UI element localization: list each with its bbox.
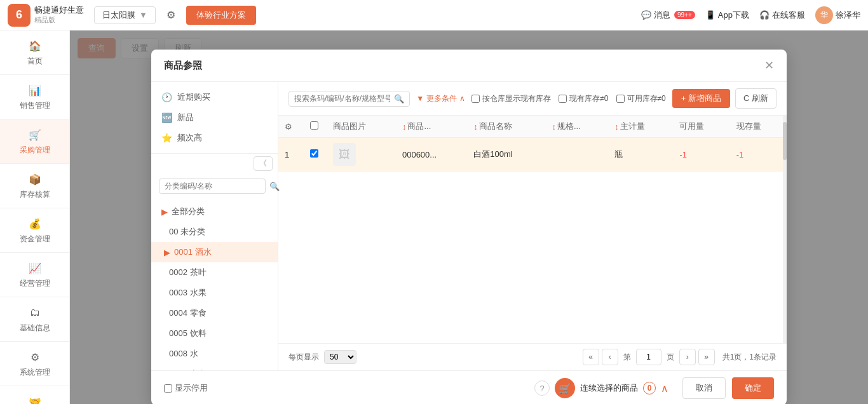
prev-page-button[interactable]: ‹ [602, 349, 618, 365]
purchase-icon: 🛒 [27, 127, 43, 142]
available-checkbox[interactable] [616, 95, 625, 103]
app-download-item[interactable]: 📱 App下载 [705, 10, 749, 21]
sidebar-item-sales[interactable]: 📊 销售管理 [0, 75, 69, 119]
page-input[interactable] [636, 349, 661, 365]
message-item[interactable]: 💬 消息 99++ [641, 10, 695, 21]
search-bar: 🔍 ▼ 更多条件 ∧ 按仓库显示现有库存 [278, 82, 787, 116]
col-settings[interactable]: ⚙ [278, 116, 304, 138]
checkbox-stock[interactable]: 现有库存≠0 [559, 93, 608, 104]
modal-overlay: 商品参照 ✕ 🕐 近期购买 🆕 [70, 30, 868, 404]
product-thumbnail: 🖼 [333, 143, 356, 166]
category-all[interactable]: ▶ 全部分类 [151, 201, 278, 222]
row-checkbox[interactable] [304, 138, 327, 172]
logo-icon: 6 [8, 4, 31, 27]
filter-button[interactable]: ▼ 更多条件 ∧ [416, 93, 465, 104]
category-search-input[interactable] [159, 178, 266, 194]
sidebar-label-system: 系统管理 [20, 367, 50, 378]
category-0005[interactable]: 0005 饮料 [151, 323, 278, 344]
col-name[interactable]: ↕ 商品名称 [467, 116, 545, 138]
expand-0001-icon: ▶ [164, 248, 170, 257]
sidebar-item-enterprise[interactable]: 🤝 企业协同 [0, 386, 69, 404]
row-current: -1 [730, 138, 787, 172]
store-selector[interactable]: 日太阳膜 ▼ [94, 6, 156, 24]
page-size-select[interactable]: 10 20 50 100 [324, 350, 356, 364]
available-label: 可用库存≠0 [627, 93, 666, 104]
table-scrollbar[interactable] [783, 116, 787, 343]
sidebar-item-home[interactable]: 🏠 首页 [0, 30, 69, 75]
checkbox-warehouse[interactable]: 按仓库显示现有库存 [471, 93, 551, 104]
main-layout: 🏠 首页 📊 销售管理 🛒 采购管理 📦 库存核算 💰 资金管理 📈 经营管理 … [0, 30, 868, 404]
settings-icon[interactable]: ⚙ [161, 5, 181, 25]
product-search-input[interactable] [294, 94, 390, 103]
sidebar-label-inventory: 库存核算 [20, 189, 50, 200]
sidebar-item-system[interactable]: ⚙ 系统管理 [0, 342, 69, 386]
panel-collapse-button[interactable]: 《 [254, 156, 273, 171]
col-code[interactable]: ↕ 商品... [396, 116, 467, 138]
refresh-modal-button[interactable]: C 刷新 [735, 88, 776, 109]
select-all-checkbox[interactable] [310, 121, 318, 130]
first-page-button[interactable]: « [583, 349, 599, 365]
action-btns: + 新增商品 C 刷新 [672, 88, 776, 109]
category-0001[interactable]: ▶ 0001 酒水 [151, 242, 278, 262]
product-search-icon[interactable]: 🔍 [394, 94, 404, 104]
collapse-cart-button[interactable]: ∧ [661, 382, 668, 394]
category-0004-label: 0004 零食 [169, 307, 207, 319]
sidebar-item-inventory[interactable]: 📦 库存核算 [0, 164, 69, 208]
confirm-button[interactable]: 确定 [732, 377, 774, 399]
col-spec[interactable]: ↕ 规格... [545, 116, 608, 138]
category-0002[interactable]: 0002 茶叶 [151, 262, 278, 283]
display-disabled-checkbox[interactable]: 显示停用 [164, 382, 208, 394]
checkbox-group: 按仓库显示现有库存 现有库存≠0 可用库存≠0 [471, 93, 666, 104]
left-panel: 🕐 近期购买 🆕 新品 ⭐ 频次高 [151, 82, 278, 370]
online-service-item[interactable]: 🎧 在线客服 [759, 10, 805, 21]
last-page-button[interactable]: » [698, 349, 715, 365]
category-search: 🔍 [151, 173, 278, 199]
quick-link-recent[interactable]: 🕐 近期购买 [151, 87, 278, 107]
sidebar-item-purchase[interactable]: 🛒 采购管理 [0, 119, 69, 164]
add-product-button[interactable]: + 新增商品 [672, 89, 730, 108]
quick-link-new[interactable]: 🆕 新品 [151, 107, 278, 128]
row-name: 白酒100ml [467, 138, 545, 172]
row-code: 000600... [396, 138, 467, 172]
help-icon[interactable]: ? [534, 380, 550, 396]
quick-link-frequent[interactable]: ⭐ 频次高 [151, 128, 278, 148]
sidebar-label-home: 首页 [27, 56, 43, 67]
user-item[interactable]: 华 徐泽华 [815, 6, 860, 24]
row-select-checkbox[interactable] [310, 149, 318, 158]
category-0008[interactable]: 0008 水 [151, 344, 278, 364]
sidebar-item-management[interactable]: 📈 经营管理 [0, 253, 69, 297]
category-0003-label: 0003 水果 [169, 287, 207, 299]
modal-title: 商品参照 [164, 60, 202, 72]
edition: 精品版 [34, 15, 84, 25]
modal-close-button[interactable]: ✕ [764, 58, 774, 72]
sort-spec-icon: ↕ [552, 122, 556, 131]
category-0003[interactable]: 0003 水果 [151, 283, 278, 303]
row-available: -1 [673, 138, 729, 172]
col-unit[interactable]: ↕ 主计量 [608, 116, 673, 138]
modal-body: 🕐 近期购买 🆕 新品 ⭐ 频次高 [151, 82, 787, 370]
content-area: 查询 设置 刷新 商品参照 ✕ [70, 30, 868, 404]
star-icon: ⭐ [161, 133, 172, 143]
col-settings-icon: ⚙ [285, 122, 292, 131]
warehouse-checkbox[interactable] [471, 95, 480, 103]
disabled-checkbox[interactable] [164, 384, 172, 393]
category-0010[interactable]: 0010 家电 [151, 364, 278, 370]
modal-header: 商品参照 ✕ [151, 50, 787, 82]
cart-area: ? 🛒 连续选择的商品 0 ∧ [534, 378, 668, 398]
checkbox-available[interactable]: 可用库存≠0 [616, 93, 666, 104]
message-icon: 💬 [641, 10, 651, 20]
next-page-button[interactable]: › [679, 349, 696, 365]
sort-name-icon: ↕ [473, 122, 478, 131]
category-00[interactable]: 00 未分类 [151, 222, 278, 242]
stock-checkbox[interactable] [559, 95, 567, 103]
category-tree: ▶ 全部分类 00 未分类 ▶ 0001 酒水 0002 茶 [151, 199, 278, 370]
sidebar-item-basic[interactable]: 🗂 基础信息 [0, 297, 69, 342]
col-available: 可用量 [673, 116, 729, 138]
sidebar-item-finance[interactable]: 💰 资金管理 [0, 208, 69, 253]
table-row[interactable]: 1 🖼 000600... 白酒100ml [278, 138, 787, 172]
col-check[interactable] [304, 116, 327, 138]
category-0004[interactable]: 0004 零食 [151, 303, 278, 323]
trial-button[interactable]: 体验行业方案 [186, 6, 256, 25]
cancel-button[interactable]: 取消 [682, 377, 726, 399]
cart-button[interactable]: 🛒 [555, 378, 575, 398]
